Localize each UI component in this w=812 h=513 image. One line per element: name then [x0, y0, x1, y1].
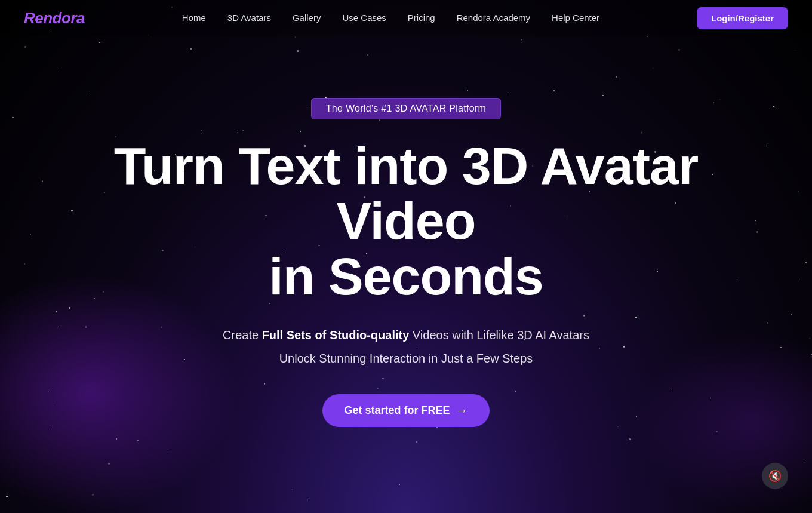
login-button[interactable]: Login/Register [697, 7, 788, 29]
cta-arrow-icon: → [456, 404, 468, 417]
hero-section: The World's #1 3D AVATAR Platform Turn T… [0, 36, 812, 513]
nav-link-avatars[interactable]: 3D Avatars [227, 13, 271, 23]
sound-icon: 🔇 [768, 469, 782, 483]
hero-badge: The World's #1 3D AVATAR Platform [311, 98, 501, 119]
nav-link-use-cases[interactable]: Use Cases [342, 13, 386, 23]
logo-text: Rendora [24, 9, 85, 27]
nav-link-pricing[interactable]: Pricing [408, 13, 435, 23]
sound-toggle-button[interactable]: 🔇 [762, 463, 788, 489]
hero-subtitle: Create Full Sets of Studio-quality Video… [223, 325, 589, 345]
navbar: Rendora Home3D AvatarsGalleryUse CasesPr… [0, 0, 812, 36]
hero-subtitle-bold: Full Sets of Studio-quality [262, 328, 410, 342]
hero-title: Turn Text into 3D Avatar Video in Second… [114, 139, 698, 304]
logo[interactable]: Rendora [24, 9, 85, 27]
hero-title-line2: Video [336, 191, 475, 250]
nav-link-home[interactable]: Home [182, 13, 206, 23]
cta-button[interactable]: Get started for FREE → [322, 394, 489, 427]
nav-links: Home3D AvatarsGalleryUse CasesPricingRen… [182, 13, 599, 23]
hero-subtitle-end: Videos with Lifelike 3D AI Avatars [409, 328, 589, 342]
hero-sub2: Unlock Stunning Interaction in Just a Fe… [279, 352, 533, 365]
hero-subtitle-start: Create [223, 328, 262, 342]
hero-title-line1: Turn Text into 3D Avatar [114, 136, 698, 195]
cta-label: Get started for FREE [344, 404, 450, 417]
nav-link-help[interactable]: Help Center [552, 13, 599, 23]
nav-link-academy[interactable]: Rendora Academy [457, 13, 530, 23]
hero-title-line3: in Seconds [269, 247, 543, 306]
nav-link-gallery[interactable]: Gallery [293, 13, 321, 23]
